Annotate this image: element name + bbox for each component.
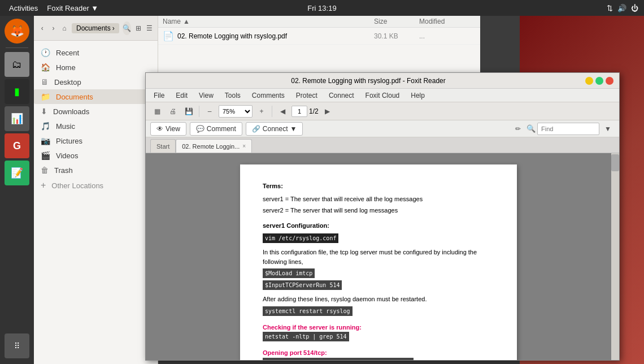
system-bar: Activities Foxit Reader ▼ Fri 13:19 ⇅ 🔊 … <box>0 0 644 16</box>
volume-icon: 🔊 <box>617 4 626 12</box>
view-action-btn[interactable]: 👁 View <box>150 122 186 136</box>
comment-action-btn[interactable]: 💬 Comment <box>190 122 242 136</box>
maximize-button[interactable] <box>595 77 603 85</box>
menu-comments[interactable]: Comments <box>247 90 289 101</box>
desc2-text: After adding these lines, rsyslog daemon… <box>263 294 494 304</box>
notes-icon: 📝 <box>11 167 23 179</box>
connect-icon: 🔗 <box>252 125 260 133</box>
edit-pen-btn[interactable]: ✏ <box>511 122 525 136</box>
menu-protect[interactable]: Protect <box>291 90 322 101</box>
find-input[interactable] <box>537 123 599 135</box>
sidebar-item-recent[interactable]: 🕐 Recent <box>34 45 158 60</box>
pictures-icon: 📷 <box>41 136 50 145</box>
network-icon: ⇅ <box>607 4 613 12</box>
menu-edit[interactable]: Edit <box>171 90 192 101</box>
power-icon[interactable]: ⏻ <box>631 4 638 12</box>
connect-action-btn[interactable]: 🔗 Connect ▼ <box>246 122 303 136</box>
breadcrumb-arrow: › <box>112 24 115 32</box>
pdf-scrollbar[interactable] <box>611 153 619 360</box>
sidebar-label-other: Other Locations <box>51 181 103 190</box>
print-btn[interactable]: 🖨 <box>166 105 180 118</box>
menu-foxit-cloud[interactable]: Foxit Cloud <box>361 90 404 101</box>
dock-item-apps[interactable]: ⠿ <box>5 333 29 358</box>
tab-close-btn[interactable]: × <box>242 143 246 149</box>
file-modified-cell: ... <box>419 32 476 40</box>
dock-item-foxit[interactable]: G <box>5 133 29 158</box>
view-toggle-button[interactable]: ⊞ <box>134 21 142 35</box>
dock-item-notes[interactable]: 📝 <box>5 161 29 185</box>
close-button[interactable] <box>606 77 613 85</box>
documents-breadcrumb[interactable]: Documents › <box>72 23 119 33</box>
tab-start-label: Start <box>156 143 169 150</box>
menu-view[interactable]: View <box>194 90 218 101</box>
layout-btn[interactable]: ▦ <box>150 105 164 118</box>
sidebar-label-home: Home <box>56 63 76 72</box>
file-list-header: Name ▲ Size Modified <box>158 16 480 28</box>
forward-button[interactable]: › <box>50 21 58 35</box>
save-btn[interactable]: 💾 <box>182 105 195 118</box>
sidebar-item-music[interactable]: 🎵 Music <box>34 119 158 133</box>
term1-text: server1 = The server that will receive a… <box>263 194 494 204</box>
comment-icon: 💬 <box>196 125 204 133</box>
fm-sidebar: 🕐 Recent 🏠 Home 🖥 Desktop 📁 Documents ⬇ … <box>34 41 158 364</box>
sidebar-item-downloads[interactable]: ⬇ Downloads <box>34 104 158 119</box>
sidebar-label-documents: Documents <box>56 93 93 101</box>
foxit-menubar: File Edit View Tools Comments Protect Co… <box>146 89 619 102</box>
sidebar-label-recent: Recent <box>56 49 79 57</box>
foxit-title: 02. Remote Logging with rsyslog.pdf - Fo… <box>151 77 585 85</box>
file-name-cell: 📄 02. Remote Logging with rsyslog.pdf <box>163 31 374 41</box>
menu-connect[interactable]: Connect <box>324 90 359 101</box>
dock-item-files[interactable]: 🗂 <box>5 52 29 77</box>
foxit-reader-window: 02. Remote Logging with rsyslog.pdf - Fo… <box>145 72 620 361</box>
back-button[interactable]: ‹ <box>38 21 46 35</box>
zoom-out-btn[interactable]: – <box>203 105 216 118</box>
menu-button[interactable]: ☰ <box>145 21 153 35</box>
foxit-content: Terms: server1 = The server that will re… <box>146 153 619 360</box>
foxit-icon: G <box>13 140 21 152</box>
home-icon: 🏠 <box>41 63 50 72</box>
menu-file[interactable]: File <box>149 90 169 101</box>
firefox-icon: 🦊 <box>10 24 24 38</box>
prev-page-btn[interactable]: ◀ <box>276 105 289 118</box>
tab-start[interactable]: Start <box>150 139 176 153</box>
dock-divider <box>6 47 28 48</box>
foxit-toolbar: ▦ 🖨 💾 – 75% 100% 125% 150% + ◀ 1/2 ▶ <box>146 102 619 120</box>
minimize-button[interactable] <box>585 77 593 85</box>
up-button[interactable]: ⌂ <box>60 21 68 35</box>
table-row[interactable]: 📄 02. Remote Logging with rsyslog.pdf 30… <box>158 28 480 45</box>
foxit-tabs: Start 02. Remote Loggin... × <box>146 137 619 153</box>
sidebar-item-home[interactable]: 🏠 Home <box>34 60 158 75</box>
activities-button[interactable]: Activities <box>6 3 41 14</box>
find-options-btn[interactable]: ▼ <box>601 122 615 136</box>
tab-document[interactable]: 02. Remote Loggin... × <box>176 139 252 153</box>
dock-item-monitor[interactable]: 📊 <box>5 106 29 131</box>
page-input[interactable] <box>291 106 307 117</box>
monitor-icon: 📊 <box>11 112 23 125</box>
system-bar-right: ⇅ 🔊 ⏻ <box>607 4 638 12</box>
menu-help[interactable]: Help <box>406 90 429 101</box>
menu-tools[interactable]: Tools <box>220 90 245 101</box>
apps-grid-icon: ⠿ <box>14 341 20 350</box>
fm-toolbar: ‹ › ⌂ Documents › 🔍 ⊞ ☰ <box>34 16 158 41</box>
cmd4-code: firewall-cmd --add-port=514/tcp --perman… <box>263 358 414 361</box>
sidebar-item-trash[interactable]: 🗑 Trash <box>34 163 158 177</box>
sidebar-label-videos: Videos <box>56 151 79 160</box>
sidebar-item-desktop[interactable]: 🖥 Desktop <box>34 75 158 89</box>
app-indicator[interactable]: Foxit Reader ▼ <box>47 4 98 12</box>
size-column-header[interactable]: Size <box>374 18 419 25</box>
zoom-select[interactable]: 75% 100% 125% 150% <box>219 105 253 118</box>
sidebar-item-other-locations[interactable]: + Other Locations <box>34 177 158 193</box>
sidebar-item-videos[interactable]: 🎬 Videos <box>34 148 158 163</box>
fm-location: Documents › <box>72 23 119 33</box>
next-page-btn[interactable]: ▶ <box>321 105 334 118</box>
cmd2-code: systemctl restart rsyslog <box>263 306 353 316</box>
search-button[interactable]: 🔍 <box>123 21 131 35</box>
sidebar-item-pictures[interactable]: 📷 Pictures <box>34 133 158 148</box>
terminal-icon: ▮ <box>14 85 20 98</box>
desktop-icon: 🖥 <box>41 77 49 86</box>
modified-column-header[interactable]: Modified <box>419 18 476 25</box>
sidebar-item-documents[interactable]: 📁 Documents <box>34 89 158 104</box>
zoom-in-btn[interactable]: + <box>255 105 268 118</box>
dock-item-terminal[interactable]: ▮ <box>5 79 29 104</box>
dock-item-firefox[interactable]: 🦊 <box>5 19 29 44</box>
